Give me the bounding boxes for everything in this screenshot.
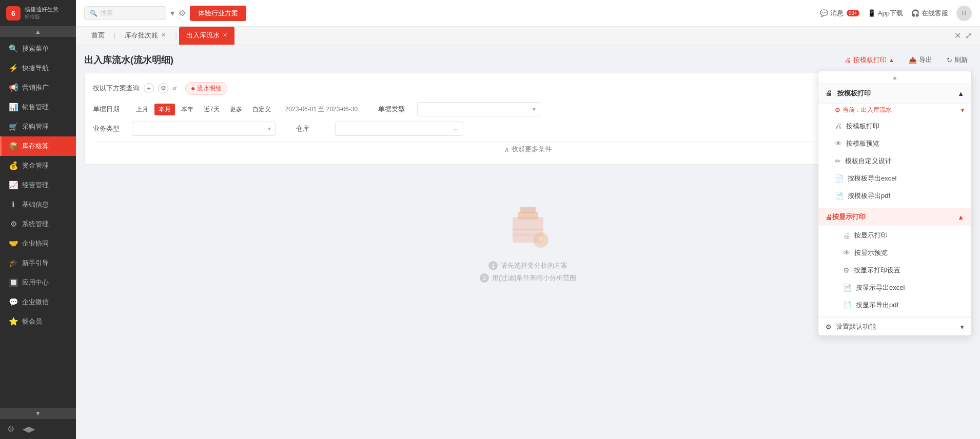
dropdown-footer[interactable]: ⚙ 设置默认功能 ▾ xyxy=(818,317,971,335)
message-button[interactable]: 💬 消息 99+ xyxy=(820,9,859,18)
sidebar-item-finance[interactable]: 💰 资金管理 xyxy=(0,156,76,175)
sidebar-collapse-icon[interactable]: ◀▶ xyxy=(23,424,35,434)
filter-add-button[interactable]: + xyxy=(144,83,154,93)
trial-button[interactable]: 体验行业方案 xyxy=(190,6,246,21)
dropdown-display-section: 🖨 按显示打印 👁 按显示预览 ⚙ 按显示打印设置 📄 按显示导出excel 📄 xyxy=(818,226,971,315)
print-icon: 🖨 xyxy=(835,122,842,130)
tab-flow[interactable]: 出入库流水 ✕ xyxy=(179,27,234,45)
sidebar-settings-icon[interactable]: ⚙ xyxy=(7,424,14,434)
search-box[interactable]: 🔍 搜索 xyxy=(84,6,166,20)
dropdown-display-preview[interactable]: 👁 按显示预览 xyxy=(818,244,971,262)
dropdown-header-arrow: ▲ xyxy=(957,90,964,97)
type-select[interactable]: ▾ xyxy=(417,102,540,116)
app-download-icon: 📱 xyxy=(868,9,876,17)
header-dropdown-icon[interactable]: ▾ xyxy=(170,8,174,18)
filter-collapse-button[interactable]: « xyxy=(172,84,177,93)
sidebar: 6 畅捷通好生意 标准版 ▲ 🔍 搜索菜单 ⚡ 快捷导航 📢 营销推广 📊 销售… xyxy=(0,0,76,439)
search-box-icon: 🔍 xyxy=(90,10,97,17)
tab-close-all-button[interactable]: ✕ xyxy=(954,31,961,41)
sidebar-item-operations[interactable]: 📈 经营管理 xyxy=(0,175,76,195)
print-template-button[interactable]: 🖨 按模板打印 ▲ xyxy=(840,53,898,67)
refresh-icon: ↻ xyxy=(947,56,952,64)
tag-icon: ● xyxy=(191,84,195,92)
dropdown-template-print[interactable]: 🖨 按模板打印 xyxy=(818,117,971,135)
sidebar-item-search[interactable]: 🔍 搜索菜单 xyxy=(0,39,76,58)
warehouse-label: 仓库 xyxy=(296,124,327,133)
export-label: 导出 xyxy=(919,55,932,65)
sidebar-item-apps[interactable]: 🔲 应用中心 xyxy=(0,273,76,292)
dropdown-display-header[interactable]: 🖨 按显示打印 ▲ xyxy=(818,208,971,226)
svg-rect-1 xyxy=(518,212,538,220)
footer-label: 设置默认功能 xyxy=(836,322,876,331)
sidebar-item-basic[interactable]: ℹ 基础信息 xyxy=(0,195,76,214)
printer-icon-header: 🖨 xyxy=(826,89,832,97)
online-service-label: 在线客服 xyxy=(922,9,948,18)
date-opt-last-month[interactable]: 上月 xyxy=(132,104,152,115)
date-opt-this-month[interactable]: 本月 xyxy=(154,104,175,115)
sidebar-item-system[interactable]: ⚙ 系统管理 xyxy=(0,214,76,234)
sidebar-item-sales[interactable]: 📊 销售管理 xyxy=(0,97,76,117)
warehouse-select[interactable]: ··· xyxy=(335,122,463,136)
date-opt-this-year[interactable]: 本年 xyxy=(177,104,198,115)
dropdown-scroll-up[interactable]: ▲ xyxy=(818,71,971,84)
current-arrow: ▾ xyxy=(961,107,964,114)
dropdown-footer-divider xyxy=(818,316,971,316)
page-content: 出入库流水(流水明细) 🖨 按模板打印 ▲ 📤 导出 ↻ 刷新 xyxy=(76,45,980,439)
tab-home-label: 首页 xyxy=(91,31,105,40)
sidebar-item-collab[interactable]: 🤝 企业协同 xyxy=(0,234,76,253)
tab-batch[interactable]: 库存批次账 ✕ xyxy=(117,27,173,45)
top-header: 🔍 搜索 ▾ ⚙ 体验行业方案 💬 消息 99+ 📱 App下载 🎧 在线客服 xyxy=(76,0,980,27)
dropdown-display-print[interactable]: 🖨 按显示打印 xyxy=(818,227,971,244)
marketing-icon: 📢 xyxy=(9,83,18,92)
business-select-value xyxy=(136,124,143,133)
sidebar-item-wechat[interactable]: 💬 企业微信 xyxy=(0,292,76,312)
dropdown-title: 🖨 按模板打印 xyxy=(826,89,871,98)
app-download-button[interactable]: 📱 App下载 xyxy=(868,9,903,18)
sidebar-item-marketing[interactable]: 📢 营销推广 xyxy=(0,78,76,97)
sidebar-item-label: 畅会员 xyxy=(22,317,42,326)
print-dropdown-arrow[interactable]: ▲ xyxy=(889,57,894,63)
date-opt-custom[interactable]: 自定义 xyxy=(248,104,275,115)
tab-home[interactable]: 首页 xyxy=(84,27,112,45)
filter-settings-button[interactable]: ⚙ xyxy=(158,83,168,93)
online-service-button[interactable]: 🎧 在线客服 xyxy=(911,9,948,18)
refresh-button[interactable]: ↻ 刷新 xyxy=(943,53,972,67)
sidebar-item-vip[interactable]: ⭐ 畅会员 xyxy=(0,312,76,331)
hint2-text: 用[过滤]条件来缩小分析范围 xyxy=(492,273,576,283)
header-right: 💬 消息 99+ 📱 App下载 🎧 在线客服 R xyxy=(820,6,972,21)
tab-flow-close[interactable]: ✕ xyxy=(223,32,227,38)
sidebar-item-purchase[interactable]: 🛒 采购管理 xyxy=(0,117,76,136)
dropdown-template-excel[interactable]: 📄 按模板导出excel xyxy=(818,170,971,187)
tab-expand-button[interactable]: ⤢ xyxy=(965,31,972,41)
tab-bar: 首页 | 库存批次账 ✕ | 出入库流水 ✕ ✕ ⤢ xyxy=(76,27,980,45)
empty-hint-1: 1 请先选择要分析的方案 xyxy=(488,261,567,270)
dropdown-display-pdf[interactable]: 📄 按显示导出pdf xyxy=(818,296,971,314)
date-opt-7-days[interactable]: 近7天 xyxy=(200,104,224,115)
tab-batch-close[interactable]: ✕ xyxy=(161,32,166,38)
dropdown-template-preview[interactable]: 👁 按模板预览 xyxy=(818,135,971,152)
date-opt-more[interactable]: 更多 xyxy=(226,104,246,115)
sidebar-scroll-up[interactable]: ▲ xyxy=(0,27,76,37)
header-gear-icon[interactable]: ⚙ xyxy=(179,8,186,18)
dropdown-display-excel[interactable]: 📄 按显示导出excel xyxy=(818,279,971,296)
business-select[interactable]: ▾ xyxy=(132,122,276,136)
dropdown-template-pdf[interactable]: 📄 按模板导出pdf xyxy=(818,187,971,205)
dropdown-display-settings[interactable]: ⚙ 按显示打印设置 xyxy=(818,262,971,279)
sidebar-scroll-down[interactable]: ▼ xyxy=(0,408,76,418)
message-label: 消息 xyxy=(830,9,844,18)
dropdown-header[interactable]: 🖨 按模板打印 ▲ xyxy=(818,84,971,104)
date-label: 单据日期 xyxy=(93,105,124,114)
export-button[interactable]: 📤 导出 xyxy=(905,53,936,67)
sidebar-item-shortcut[interactable]: ⚡ 快捷导航 xyxy=(0,58,76,78)
sidebar-item-label: 基础信息 xyxy=(22,200,49,209)
dropdown-template-customize[interactable]: ✏ 模板自定义设计 xyxy=(818,152,971,170)
message-icon: 💬 xyxy=(820,9,828,17)
sidebar-item-inventory[interactable]: 📦 库存核算 xyxy=(0,136,76,156)
warehouse-more-icon[interactable]: ··· xyxy=(453,125,459,133)
page-title: 出入库流水(流水明细) xyxy=(84,54,173,66)
sidebar-item-tutorial[interactable]: 🎓 新手引导 xyxy=(0,253,76,273)
user-avatar[interactable]: R xyxy=(956,6,972,21)
sidebar-nav: 🔍 搜索菜单 ⚡ 快捷导航 📢 营销推广 📊 销售管理 🛒 采购管理 📦 库存核… xyxy=(0,37,76,408)
sidebar-item-label: 企业协同 xyxy=(22,239,49,248)
tab-bar-actions: ✕ ⤢ xyxy=(954,31,972,41)
